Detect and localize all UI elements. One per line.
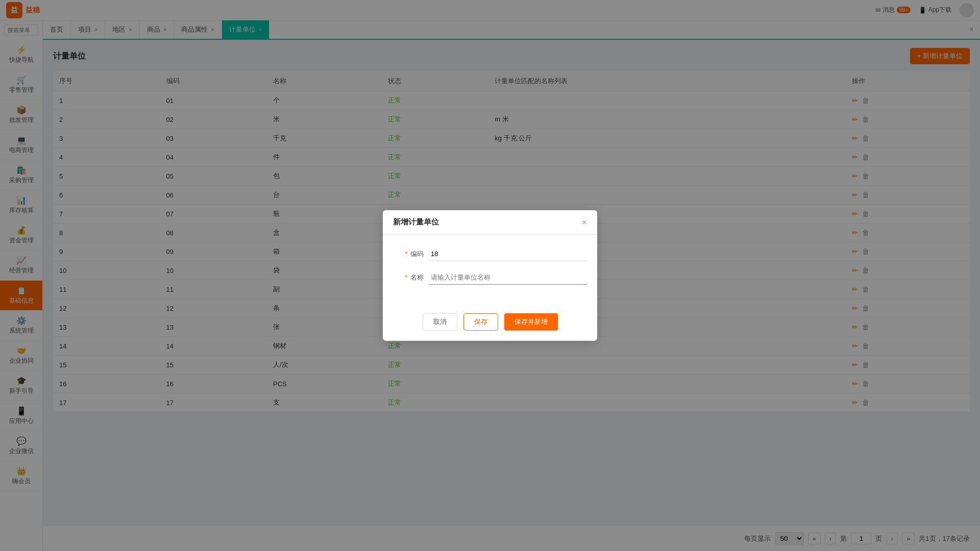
code-required: *	[405, 250, 407, 258]
modal-close-button[interactable]: ×	[581, 218, 587, 227]
code-label: * 编码	[393, 249, 424, 259]
modal-body: * 编码 * 名称	[383, 235, 597, 306]
save-and-new-button[interactable]: 保存并新增	[504, 313, 558, 331]
modal-footer: 取消 保存 保存并新增	[383, 306, 597, 341]
add-unit-modal: 新增计量单位 × * 编码 * 名称 取消 保存 保存并新增	[383, 210, 597, 341]
modal-header: 新增计量单位 ×	[383, 210, 597, 235]
modal-overlay: 新增计量单位 × * 编码 * 名称 取消 保存 保存并新增	[0, 0, 980, 551]
name-label: * 名称	[393, 273, 424, 282]
form-row-code: * 编码	[393, 247, 587, 261]
save-button[interactable]: 保存	[463, 313, 498, 331]
name-required: *	[405, 273, 407, 281]
code-input[interactable]	[429, 247, 587, 261]
form-row-name: * 名称	[393, 270, 587, 285]
modal-title: 新增计量单位	[393, 217, 439, 227]
cancel-button[interactable]: 取消	[423, 313, 457, 331]
name-input[interactable]	[429, 270, 587, 285]
